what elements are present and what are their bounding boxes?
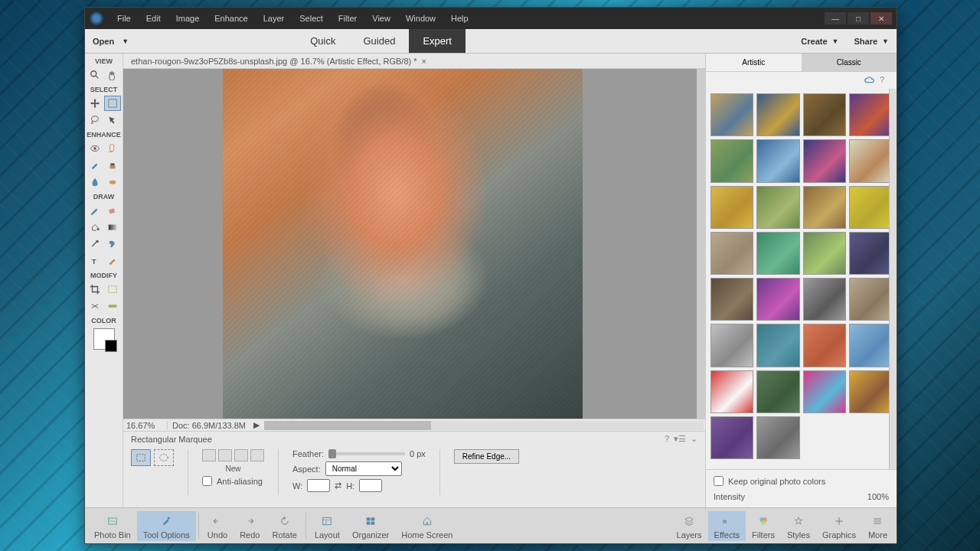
mode-expert[interactable]: Expert [409, 29, 466, 53]
effect-thumb[interactable] [710, 232, 753, 275]
color-swatch[interactable] [93, 328, 115, 350]
sponge-tool[interactable] [104, 174, 121, 190]
move-tool[interactable] [87, 96, 103, 111]
effect-thumb[interactable] [849, 324, 892, 367]
effect-thumb[interactable] [756, 416, 799, 459]
canvas-viewport[interactable] [123, 69, 705, 419]
effect-thumb[interactable] [849, 139, 892, 182]
help-icon[interactable]: ? [665, 434, 669, 444]
menu-filter[interactable]: Filter [331, 11, 364, 26]
effect-thumb[interactable] [710, 416, 753, 459]
effect-thumb[interactable] [756, 278, 799, 321]
effect-thumb[interactable] [803, 139, 846, 182]
crop-tool[interactable] [87, 282, 103, 297]
sel-intersect-icon[interactable] [250, 449, 264, 461]
rotate-button[interactable]: Rotate [266, 511, 302, 541]
anti-alias-checkbox[interactable] [202, 476, 212, 486]
type-tool[interactable]: T [87, 253, 103, 269]
zoom-level[interactable]: 16.67% [123, 421, 168, 430]
smart-brush-tool[interactable] [87, 158, 103, 173]
cloud-icon[interactable] [864, 75, 875, 86]
recompose-tool[interactable] [104, 282, 121, 297]
mode-quick[interactable]: Quick [296, 29, 349, 53]
gradient-tool[interactable] [104, 220, 121, 235]
layers-button[interactable]: Layers [671, 511, 708, 541]
layout-button[interactable]: Layout [309, 511, 346, 541]
effect-thumb[interactable] [756, 186, 799, 229]
effect-thumb[interactable] [710, 139, 753, 182]
swap-dims-icon[interactable]: ⇄ [335, 481, 341, 491]
tab-artistic[interactable]: Artistic [706, 54, 802, 71]
effect-thumb[interactable] [803, 232, 846, 275]
hand-tool[interactable] [104, 67, 121, 83]
feather-slider[interactable] [328, 452, 405, 455]
sel-sub-icon[interactable] [234, 449, 248, 461]
more-button[interactable]: More [862, 511, 893, 541]
effect-thumb[interactable] [849, 370, 892, 413]
home-button[interactable]: Home Screen [395, 511, 459, 541]
effect-thumb[interactable] [710, 324, 753, 367]
height-input[interactable] [359, 479, 382, 492]
redeye-tool[interactable] [87, 141, 103, 156]
effect-thumb[interactable] [710, 186, 753, 229]
info-chevron-icon[interactable]: ▶ [250, 420, 263, 430]
tab-classic[interactable]: Classic [802, 54, 897, 71]
paint-bucket-tool[interactable] [87, 220, 103, 235]
effect-thumb[interactable] [803, 324, 846, 367]
effect-thumb[interactable] [756, 139, 799, 182]
maximize-button[interactable]: □ [848, 12, 869, 24]
effect-thumb[interactable] [803, 370, 846, 413]
effects-button[interactable]: fxEffects [708, 511, 746, 541]
effect-thumb[interactable] [756, 93, 799, 136]
clone-stamp-tool[interactable] [104, 158, 121, 173]
effect-thumb[interactable] [849, 186, 892, 229]
menu-window[interactable]: Window [398, 11, 443, 26]
effect-thumb[interactable] [803, 278, 846, 321]
eyedropper-tool[interactable] [87, 236, 103, 252]
mode-guided[interactable]: Guided [349, 29, 409, 53]
open-button[interactable]: Open▼ [93, 37, 129, 46]
quick-select-tool[interactable] [104, 112, 121, 128]
eraser-tool[interactable] [104, 203, 121, 218]
undo-button[interactable]: Undo [201, 511, 234, 541]
effect-thumb[interactable] [710, 278, 753, 321]
zoom-tool[interactable] [87, 67, 103, 83]
width-input[interactable] [307, 479, 330, 492]
brush-tool[interactable] [87, 203, 103, 218]
menu-select[interactable]: Select [292, 11, 331, 26]
menu-layer[interactable]: Layer [256, 11, 292, 26]
content-aware-tool[interactable] [87, 298, 103, 314]
redo-button[interactable]: Redo [234, 511, 266, 541]
menu-file[interactable]: File [109, 11, 139, 26]
panel-scrollbar[interactable] [889, 89, 897, 469]
menu-enhance[interactable]: Enhance [207, 11, 255, 26]
refine-edge-button[interactable]: Refine Edge... [454, 449, 519, 464]
document-tab[interactable]: ethan-rougon-9wz3oP5Zb8s-unsplash.jpg @ … [123, 54, 705, 69]
keep-colors-option[interactable]: Keep original photo colors [714, 476, 889, 486]
create-button[interactable]: Create▼ [801, 37, 838, 46]
menu-icon[interactable]: ▾☰ [674, 434, 686, 444]
horizontal-scrollbar[interactable] [264, 421, 704, 430]
blur-tool[interactable] [87, 174, 103, 190]
tool-options-button[interactable]: Tool Options [137, 511, 196, 541]
menu-help[interactable]: Help [443, 11, 476, 26]
marquee-tool[interactable] [104, 96, 121, 111]
effect-thumb[interactable] [849, 278, 892, 321]
straighten-tool[interactable] [104, 298, 121, 314]
effect-thumb[interactable] [710, 370, 753, 413]
collapse-icon[interactable]: ⌄ [691, 434, 697, 444]
effect-thumb[interactable] [756, 370, 799, 413]
aspect-select[interactable]: Normal [325, 461, 402, 476]
menu-edit[interactable]: Edit [139, 11, 168, 26]
sel-new-icon[interactable] [202, 449, 216, 461]
close-button[interactable]: ✕ [871, 12, 892, 24]
filters-button[interactable]: Filters [746, 511, 781, 541]
close-tab-icon[interactable]: × [422, 57, 426, 66]
share-button[interactable]: Share▼ [854, 37, 889, 46]
menu-view[interactable]: View [364, 11, 398, 26]
sel-add-icon[interactable] [218, 449, 232, 461]
keep-colors-checkbox[interactable] [714, 476, 724, 486]
photo-bin-button[interactable]: Photo Bin [88, 511, 137, 541]
vertical-scrollbar[interactable] [696, 69, 705, 419]
effect-thumb[interactable] [803, 93, 846, 136]
